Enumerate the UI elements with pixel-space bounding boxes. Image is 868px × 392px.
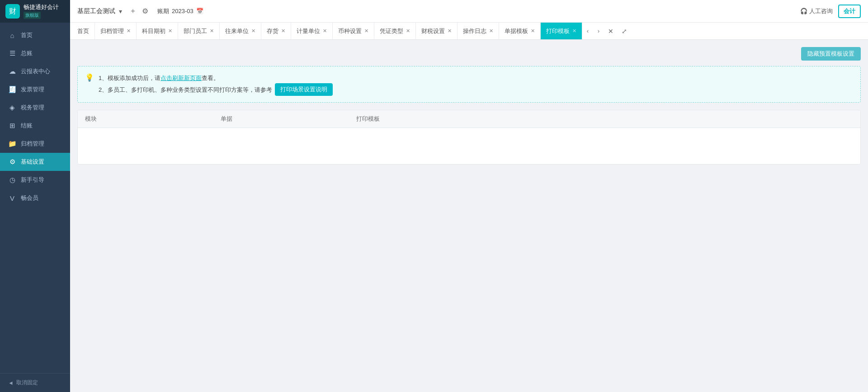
sidebar-item-tax[interactable]: ◈ 税务管理 [0,99,70,117]
page-content: 隐藏预置模板设置 💡 1、模板添加成功后，请点击刷新新页面查看。 2、多员工、多… [70,40,868,392]
tab-receipt[interactable]: 单据模板 ✕ [499,23,541,40]
sidebar-item-ledger[interactable]: ☰ 总账 [0,44,70,62]
headset-icon: 🎧 [800,8,807,14]
tab-close-all-button[interactable]: ✕ [604,23,618,40]
sidebar-item-label: 云报表中心 [21,67,50,76]
tab-unit[interactable]: 计量单位 ✕ [291,23,333,40]
settings-gear-icon[interactable]: ⚙ [142,7,148,15]
sidebar-item-label: 税务管理 [21,104,44,112]
tab-close-oplog[interactable]: ✕ [489,28,493,34]
tab-stock[interactable]: 存货 ✕ [261,23,291,40]
tab-close-stock[interactable]: ✕ [281,28,285,34]
close-period-icon: ⊞ [8,122,16,130]
tab-oplog[interactable]: 操作日志 ✕ [458,23,499,40]
ledger-icon: ☰ [8,49,16,57]
tab-close-subject[interactable]: ✕ [168,28,172,34]
tab-partner[interactable]: 往来单位 ✕ [220,23,261,40]
unpin-label: 取消固定 [16,379,38,387]
tab-close-partner[interactable]: ✕ [251,28,255,34]
th-template: 打印模板 [356,115,853,123]
period-display: 账期 2023-03 📅 [157,7,203,15]
sidebar-item-close[interactable]: ⊞ 结账 [0,117,70,135]
tab-expand-button[interactable]: ⤢ [618,23,631,40]
info-line1-suffix: 查看。 [202,75,219,81]
invoice-icon: 🧾 [8,85,16,94]
hide-preview-button[interactable]: 隐藏预置模板设置 [801,47,861,61]
tab-close-dept[interactable]: ✕ [210,28,214,34]
tab-prev-button[interactable]: ‹ [582,23,593,40]
info-content: 1、模板添加成功后，请点击刷新新页面查看。 2、多员工、多打印机、多种业务类型设… [99,73,853,96]
settings-icon: ⚙ [8,158,16,166]
unpin-button[interactable]: ◄ 取消固定 [0,373,70,392]
sidebar: 财 畅捷通好会计 旗舰版 ⌂ 首页 ☰ 总账 ☁ 云报表中心 🧾 发票管理 ◈ … [0,0,70,392]
tab-voucher[interactable]: 凭证类型 ✕ [374,23,416,40]
sidebar-item-home[interactable]: ⌂ 首页 [0,26,70,44]
tab-close-currency[interactable]: ✕ [364,28,368,34]
calendar-icon[interactable]: 📅 [196,8,203,14]
customer-service-button[interactable]: 🎧 人工咨询 [800,7,833,15]
sidebar-item-label: 畅会员 [21,194,38,202]
role-button[interactable]: 会计 [838,5,861,18]
sidebar-item-invoice[interactable]: 🧾 发票管理 [0,80,70,99]
sidebar-item-guide[interactable]: ◷ 新手引导 [0,171,70,189]
tab-print[interactable]: 打印模板 ✕ [541,23,582,40]
sidebar-item-settings[interactable]: ⚙ 基础设置 [0,153,70,171]
tab-close-unit[interactable]: ✕ [323,28,327,34]
sidebar-item-label: 总账 [21,49,33,57]
tab-close-receipt[interactable]: ✕ [531,28,535,34]
logo-icon: 财 [5,4,20,19]
bulb-icon: 💡 [85,73,94,82]
action-bar: 隐藏预置模板设置 [77,47,861,61]
home-icon: ⌂ [8,32,16,39]
refresh-link[interactable]: 点击刷新新页面 [160,75,202,81]
sidebar-item-label: 归档管理 [21,140,44,148]
data-table: 模块 单据 打印模板 [77,110,861,165]
th-single: 单据 [221,115,356,123]
app-logo: 财 畅捷通好会计 旗舰版 [0,0,70,23]
reports-icon: ☁ [8,67,16,76]
tab-next-button[interactable]: › [593,23,604,40]
sidebar-item-label: 首页 [21,31,33,39]
unpin-icon: ◄ [8,380,14,386]
tab-close-print[interactable]: ✕ [572,28,576,34]
tab-close-voucher[interactable]: ✕ [406,28,410,34]
period-label: 账期 [157,7,169,15]
topbar-actions: ＋ ⚙ [129,6,148,16]
tab-dept[interactable]: 部门员工 ✕ [178,23,220,40]
sidebar-item-reports[interactable]: ☁ 云报表中心 [0,62,70,80]
main-area: 基层工会测试 ▾ ＋ ⚙ 账期 2023-03 📅 🎧 人工咨询 会计 首页 归… [70,0,868,392]
add-button[interactable]: ＋ [129,6,137,16]
sidebar-item-label: 基础设置 [21,158,44,166]
sidebar-item-archive[interactable]: 📁 归档管理 [0,135,70,153]
th-module: 模块 [85,115,221,123]
tab-home[interactable]: 首页 [72,23,95,40]
tabbar: 首页 归档管理 ✕ 科目期初 ✕ 部门员工 ✕ 往来单位 ✕ 存货 ✕ 计量单位… [70,23,868,40]
tab-subject[interactable]: 科目期初 ✕ [137,23,178,40]
service-label: 人工咨询 [809,7,833,15]
explain-button[interactable]: 打印场景设置说明 [275,83,333,96]
logo-name: 畅捷通好会计 [24,4,59,11]
company-name[interactable]: 基层工会测试 ▾ [77,7,122,15]
archive-icon: 📁 [8,140,16,148]
sidebar-item-label: 发票管理 [21,85,44,94]
table-body [78,128,860,164]
member-icon: V [8,194,16,202]
tab-currency[interactable]: 币种设置 ✕ [333,23,374,40]
tab-close-archive[interactable]: ✕ [127,28,131,34]
period-value: 2023-03 [172,8,193,14]
company-chevron-icon[interactable]: ▾ [119,8,122,15]
guide-icon: ◷ [8,176,16,184]
tax-icon: ◈ [8,104,16,112]
info-line1-prefix: 1、模板添加成功后，请 [99,75,160,81]
info-box: 💡 1、模板添加成功后，请点击刷新新页面查看。 2、多员工、多打印机、多种业务类… [77,66,861,103]
sidebar-item-label: 新手引导 [21,176,44,184]
sidebar-item-label: 结账 [21,122,33,130]
logo-badge: 旗舰版 [24,12,41,19]
topbar-right: 🎧 人工咨询 会计 [800,5,861,18]
tab-close-taxset[interactable]: ✕ [448,28,452,34]
sidebar-item-member[interactable]: V 畅会员 [0,189,70,207]
tab-archive[interactable]: 归档管理 ✕ [95,23,137,40]
table-header: 模块 单据 打印模板 [78,110,860,128]
topbar: 基层工会测试 ▾ ＋ ⚙ 账期 2023-03 📅 🎧 人工咨询 会计 [70,0,868,23]
tab-taxset[interactable]: 财税设置 ✕ [416,23,458,40]
